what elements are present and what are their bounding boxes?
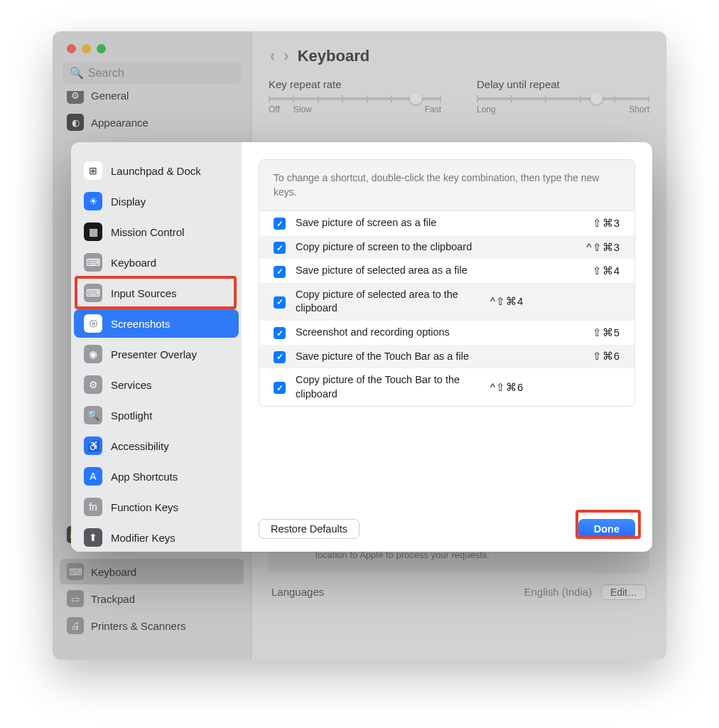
shortcut-row[interactable]: ✓Copy picture of the Touch Bar to the cl… (259, 368, 634, 406)
function-keys-icon: fn (84, 498, 102, 516)
shortcut-keys: ⇧⌘5 (593, 326, 620, 339)
minimize-icon[interactable] (82, 44, 91, 53)
sheet-sidebar-label: Modifier Keys (111, 532, 175, 544)
sheet-sidebar-item-accessibility[interactable]: ♿Accessibility (74, 432, 239, 460)
sheet-sidebar-label: Accessibility (111, 440, 169, 452)
shortcut-keys: ^⇧⌘3 (587, 241, 620, 254)
forward-icon[interactable]: › (283, 47, 288, 65)
shortcut-keys: ^⇧⌘6 (490, 381, 524, 394)
app-shortcuts-icon: A (84, 467, 102, 486)
sheet-sidebar-item-display[interactable]: ☀Display (74, 187, 239, 215)
sheet-sidebar-label: Screenshots (111, 318, 170, 330)
sheet-sidebar-item-spotlight[interactable]: 🔍Spotlight (74, 401, 239, 429)
sheet-sidebar-label: Presenter Overlay (111, 348, 197, 360)
shortcut-keys: ⇧⌘3 (593, 217, 620, 230)
shortcut-list: ✓Save picture of screen as a file⇧⌘3✓Cop… (259, 211, 635, 407)
sheet-sidebar-item-function-keys[interactable]: fnFunction Keys (74, 493, 239, 521)
sheet-sidebar-label: App Shortcuts (111, 471, 178, 483)
shortcut-row[interactable]: ✓Copy picture of screen to the clipboard… (259, 235, 634, 259)
appearance-icon: ◐ (67, 114, 84, 131)
sheet-sidebar-label: Display (111, 196, 146, 208)
spotlight-icon: 🔍 (84, 406, 102, 424)
modifier-keys-icon: ⬆ (84, 528, 102, 547)
sidebar-item-appearance[interactable]: ◐ Appearance (60, 109, 244, 135)
sheet-content: To change a shortcut, double-click the k… (242, 142, 652, 552)
checkbox-icon[interactable]: ✓ (274, 382, 286, 394)
maximize-icon[interactable] (97, 44, 106, 53)
sheet-sidebar-label: Input Sources (111, 287, 177, 299)
accessibility-icon: ♿ (84, 437, 102, 455)
sheet-sidebar-label: Launchpad & Dock (111, 165, 201, 177)
sheet-sidebar-item-mission-control[interactable]: ▦Mission Control (74, 218, 239, 246)
sheet-sidebar-label: Keyboard (111, 257, 156, 269)
sidebar-item-trackpad[interactable]: ▭ Trackpad (60, 586, 244, 611)
display-icon: ☀ (84, 192, 102, 210)
checkbox-icon[interactable]: ✓ (274, 242, 286, 254)
page-title: Keyboard (298, 47, 369, 65)
back-icon[interactable]: ‹ (270, 47, 275, 65)
checkbox-icon[interactable]: ✓ (274, 351, 286, 363)
restore-defaults-button[interactable]: Restore Defaults (259, 519, 360, 539)
checkbox-icon[interactable]: ✓ (274, 266, 286, 278)
printer-icon: 🖨 (67, 617, 84, 634)
sheet-sidebar-label: Services (111, 379, 152, 391)
shortcut-label: Save picture of screen as a file (296, 216, 583, 230)
search-input[interactable]: 🔍 Search (63, 62, 241, 84)
trackpad-icon: ▭ (67, 590, 84, 607)
shortcut-row[interactable]: ✓Save picture of screen as a file⇧⌘3 (259, 211, 634, 235)
shortcut-label: Screenshot and recording options (296, 326, 583, 340)
shortcut-label: Save picture of the Touch Bar as a file (296, 350, 583, 364)
shortcut-label: Save picture of selected area as a file (296, 264, 583, 278)
languages-row: Languages English (India) Edit… (269, 586, 649, 598)
sheet-sidebar-label: Function Keys (111, 501, 178, 513)
shortcut-row[interactable]: ✓Screenshot and recording options⇧⌘5 (259, 321, 634, 345)
sheet-sidebar-label: Mission Control (111, 226, 184, 238)
gear-icon: ⚙ (67, 91, 84, 104)
presenter-overlay-icon: ◉ (84, 345, 102, 363)
search-placeholder: Search (88, 67, 124, 80)
checkbox-icon[interactable]: ✓ (274, 218, 286, 230)
launchpad-dock-icon: ⊞ (84, 161, 102, 180)
close-icon[interactable] (67, 44, 76, 53)
sidebar-item-printers[interactable]: 🖨 Printers & Scanners (60, 613, 244, 638)
sheet-sidebar-item-keyboard[interactable]: ⌨Keyboard (74, 248, 239, 277)
shortcut-keys: ^⇧⌘4 (490, 295, 524, 308)
sheet-sidebar-item-services[interactable]: ⚙Services (74, 370, 239, 399)
sheet-sidebar-item-launchpad-dock[interactable]: ⊞Launchpad & Dock (74, 156, 239, 185)
sheet-sidebar-label: Spotlight (111, 410, 152, 422)
instruction-text: To change a shortcut, double-click the k… (259, 159, 635, 211)
sheet-sidebar-item-screenshots[interactable]: ⦾Screenshots (74, 309, 239, 338)
input-sources-icon: ⌨ (84, 284, 102, 302)
checkbox-icon[interactable]: ✓ (274, 327, 286, 339)
window-controls (53, 31, 251, 62)
sheet-sidebar-item-presenter-overlay[interactable]: ◉Presenter Overlay (74, 340, 239, 368)
keyboard-shortcuts-sheet: ⊞Launchpad & Dock☀Display▦Mission Contro… (71, 142, 652, 552)
screenshots-icon: ⦾ (84, 314, 102, 333)
shortcut-label: Copy picture of screen to the clipboard (296, 240, 577, 255)
shortcut-row[interactable]: ✓Save picture of the Touch Bar as a file… (259, 345, 634, 369)
key-repeat-slider[interactable]: Key repeat rate Off Slow Fast (269, 78, 441, 114)
services-icon: ⚙ (84, 375, 102, 394)
keyboard-icon: ⌨ (67, 563, 84, 580)
done-button[interactable]: Done (578, 519, 635, 539)
shortcut-row[interactable]: ✓Save picture of selected area as a file… (259, 259, 634, 283)
sidebar-item-general[interactable]: ⚙ General (60, 91, 244, 108)
shortcut-keys: ⇧⌘6 (593, 350, 620, 363)
delay-slider[interactable]: Delay until repeat Long Short (477, 78, 649, 114)
sidebar-item-keyboard[interactable]: ⌨ Keyboard (60, 559, 244, 584)
search-icon: 🔍 (70, 66, 84, 80)
sheet-sidebar-item-input-sources[interactable]: ⌨Input Sources (74, 279, 239, 307)
shortcut-row[interactable]: ✓Copy picture of selected area to the cl… (259, 283, 634, 321)
edit-languages-button[interactable]: Edit… (601, 584, 647, 600)
sheet-sidebar-item-app-shortcuts[interactable]: AApp Shortcuts (74, 462, 239, 491)
mission-control-icon: ▦ (84, 223, 102, 241)
checkbox-icon[interactable]: ✓ (274, 296, 286, 309)
shortcut-label: Copy picture of selected area to the cli… (296, 288, 480, 316)
shortcut-keys: ⇧⌘4 (593, 264, 620, 277)
header: ‹ › Keyboard (252, 31, 666, 74)
sheet-sidebar-item-modifier-keys[interactable]: ⬆Modifier Keys (74, 523, 239, 552)
keyboard-icon: ⌨ (84, 253, 102, 272)
shortcut-label: Copy picture of the Touch Bar to the cli… (296, 373, 480, 401)
sheet-sidebar: ⊞Launchpad & Dock☀Display▦Mission Contro… (71, 142, 242, 552)
